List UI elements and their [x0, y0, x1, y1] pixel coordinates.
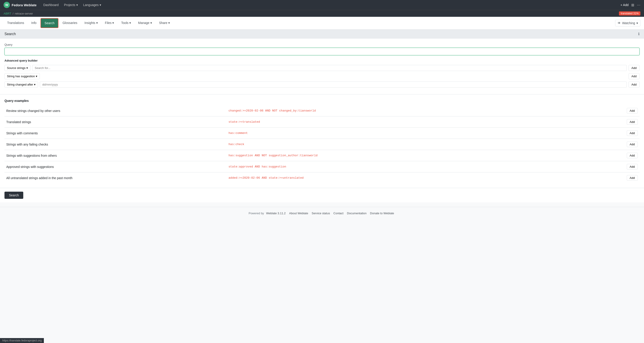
example-query: state:>=translated: [227, 116, 622, 128]
top-navbar: W Fedora Weblate Dashboard Projects ▾ La…: [0, 0, 644, 10]
source-strings-dropdown[interactable]: Source strings ▾: [4, 65, 30, 71]
tab-share[interactable]: Share ▾: [156, 18, 174, 28]
grid-icon[interactable]: ⊞: [631, 3, 634, 7]
example-add-cell: Add: [622, 161, 640, 172]
table-row: Strings with suggestions from others has…: [4, 150, 640, 161]
chevron-down-icon: ▾: [168, 21, 170, 25]
info-icon[interactable]: ℹ: [638, 32, 640, 36]
footer: Powered by Weblate 3.11.2 About Weblate …: [0, 207, 644, 219]
main-nav: Dashboard Projects ▾ Languages ▾: [41, 2, 620, 8]
example-label: Strings with suggestions from others: [4, 150, 227, 161]
add-suggestion-button[interactable]: Add: [628, 73, 640, 79]
table-row: All untranslated strings added in the pa…: [4, 172, 640, 184]
chevron-down-icon: ▾: [76, 3, 78, 7]
more-options-icon[interactable]: ⋯: [637, 3, 640, 7]
query-row-3: String changed after ▾ Add: [4, 82, 640, 88]
search-button[interactable]: Search: [4, 192, 23, 199]
tab-files[interactable]: Files ▾: [101, 18, 118, 28]
example-query: has:check: [227, 139, 622, 150]
breadcrumb-component: retrace-server: [15, 12, 33, 15]
breadcrumb-separator: /: [12, 12, 14, 15]
example-label: Approved strings with suggestions: [4, 161, 227, 172]
documentation-link[interactable]: Documentation: [347, 212, 366, 215]
search-action: Search: [0, 188, 644, 202]
chevron-down-icon: ▾: [150, 21, 152, 25]
chevron-down-icon: ▾: [636, 21, 638, 25]
tab-glossaries[interactable]: Glossaries: [59, 18, 81, 28]
examples-title: Query examples: [4, 99, 640, 103]
example-label: All untranslated strings added in the pa…: [4, 172, 227, 184]
source-strings-input[interactable]: [32, 65, 627, 71]
section-title: Search: [4, 32, 16, 36]
example-query: changed:>=2020-02-06 AND NOT changed_by:…: [227, 105, 622, 116]
example-label: Review strings changed by other users: [4, 105, 227, 116]
chevron-down-icon: ▾: [34, 83, 36, 86]
advanced-label: Advanced query builder: [4, 59, 640, 62]
brand-link[interactable]: W Fedora Weblate: [4, 2, 36, 8]
translated-badge: translated 31%: [619, 12, 640, 16]
powered-by: Powered by Weblate 3.11.2: [248, 212, 288, 215]
add-example-button[interactable]: Add: [627, 153, 638, 158]
nav-languages[interactable]: Languages ▾: [81, 2, 104, 8]
add-example-button[interactable]: Add: [627, 142, 638, 147]
weblate-version-link[interactable]: Weblate 3.11.2: [266, 212, 286, 215]
tab-translations[interactable]: Translations: [4, 18, 28, 28]
secondary-nav: Translations Info Search Glossaries Insi…: [0, 17, 644, 30]
examples-table: Review strings changed by other users ch…: [4, 105, 640, 183]
tab-info[interactable]: Info: [28, 18, 40, 28]
query-input[interactable]: [4, 48, 640, 55]
table-row: Approved strings with suggestions state:…: [4, 161, 640, 172]
tab-insights[interactable]: Insights ▾: [81, 18, 101, 28]
tab-manage[interactable]: Manage ▾: [134, 18, 156, 28]
nav-projects[interactable]: Projects ▾: [62, 2, 80, 8]
section-header: Search ℹ: [0, 30, 644, 39]
chevron-down-icon: ▾: [129, 21, 131, 25]
donate-link[interactable]: Donate to Weblate: [370, 212, 394, 215]
add-example-button[interactable]: Add: [627, 130, 638, 136]
eye-icon: 👁: [618, 21, 621, 25]
query-row-1: Source strings ▾ Add: [4, 65, 640, 71]
brand-name: Fedora Weblate: [12, 3, 36, 7]
search-form: Query Advanced query builder Source stri…: [0, 39, 644, 95]
example-add-cell: Add: [622, 105, 640, 116]
add-date-button[interactable]: Add: [628, 82, 640, 88]
table-row: Review strings changed by other users ch…: [4, 105, 640, 116]
tab-tools[interactable]: Tools ▾: [118, 18, 134, 28]
breadcrumb-project[interactable]: ABRT: [4, 12, 11, 15]
about-link[interactable]: About Weblate: [289, 212, 308, 215]
example-query: added:>=2020-02-06 AND state:>=untransla…: [227, 172, 622, 184]
string-has-suggestion-dropdown[interactable]: String has suggestion ▾: [4, 73, 40, 79]
date-input[interactable]: [40, 82, 627, 88]
example-query: has:comment: [227, 128, 622, 139]
chevron-down-icon: ▾: [96, 21, 98, 25]
example-label: Strings with any failing checks: [4, 139, 227, 150]
watching-button[interactable]: 👁 Watching ▾: [615, 20, 640, 27]
add-example-button[interactable]: Add: [627, 164, 638, 169]
tab-search[interactable]: Search: [40, 18, 58, 28]
add-example-button[interactable]: Add: [627, 119, 638, 125]
nav-dashboard[interactable]: Dashboard: [41, 2, 61, 8]
add-example-button[interactable]: Add: [627, 175, 638, 181]
example-query: has:suggestion AND NOT suggestion_author…: [227, 150, 622, 161]
example-label: Strings with comments: [4, 128, 227, 139]
nav-tabs: Translations Info Search Glossaries Insi…: [4, 17, 174, 29]
add-example-button[interactable]: Add: [627, 108, 638, 114]
chevron-down-icon: ▾: [112, 21, 114, 25]
service-status-link[interactable]: Service status: [312, 212, 330, 215]
chevron-down-icon: ▾: [100, 3, 101, 7]
table-row: Translated strings state:>=translated Ad…: [4, 116, 640, 128]
chevron-down-icon: ▾: [26, 66, 28, 70]
add-button[interactable]: + Add: [620, 3, 628, 7]
table-row: Strings with comments has:comment Add: [4, 128, 640, 139]
example-add-cell: Add: [622, 172, 640, 184]
example-label: Translated strings: [4, 116, 227, 128]
example-add-cell: Add: [622, 139, 640, 150]
contact-link[interactable]: Contact: [334, 212, 344, 215]
page-content: Search ℹ Query Advanced query builder So…: [0, 30, 644, 202]
query-row-2: String has suggestion ▾ Add: [4, 73, 640, 79]
string-changed-after-dropdown[interactable]: String changed after ▾: [4, 82, 38, 88]
weblate-logo: W: [4, 2, 10, 8]
query-label: Query: [4, 43, 640, 46]
example-add-cell: Add: [622, 150, 640, 161]
add-source-strings-button[interactable]: Add: [628, 65, 640, 71]
